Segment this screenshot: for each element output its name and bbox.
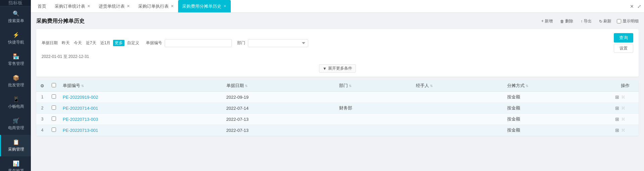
refresh-button[interactable]: ↻ 刷新 [597,17,613,25]
col-dept[interactable]: 部门⇅ [336,80,413,92]
ecommerce-icon: 🛒 [13,117,19,124]
view-icon[interactable]: ⊞ [615,116,619,122]
add-button[interactable]: + 新增 [539,17,555,25]
display-mode-label[interactable]: 显示明细 [617,18,639,24]
col-split-method[interactable]: 分摊方式⇅ [504,80,612,92]
sidebar-item-wholesale-mgmt[interactable]: 📦 批发管理 [0,71,31,92]
doc-date-cell: 2022-07-13 [223,125,336,136]
col-settings[interactable]: ⚙ [36,80,48,92]
sidebar: 指标板 🔍 搜索菜单 ⚡ 快捷导航 🏪 零售管理 📦 批发管理 📱 小畅电商 🛒… [0,0,31,171]
sidebar-item-label: 快捷导航 [8,39,24,45]
custom-date-btn[interactable]: 自定义 [126,40,141,46]
doc-num-link[interactable]: PE-20220713-001 [63,128,98,133]
table-row: 2 PE-20220714-001 2022-07-14 财务部 按金额 ⊞ ⁙ [36,103,639,114]
tab-purchase-order-stats[interactable]: 采购订单统计表 ✕ [51,0,95,12]
dept-filter-group: 部门 [237,39,308,47]
last1month-btn[interactable]: 近1月 [99,40,112,46]
table-body: 1 PE-20220919-002 2022-09-19 按金额 ⊞ ⁙ 2 P… [36,92,639,136]
date-range-display: 2022-01-01 至 2022-12-31 [42,54,633,60]
doc-num-filter-group: 单据编号 [146,39,232,47]
dept-select[interactable] [248,39,308,47]
row-checkbox-cell[interactable] [48,92,59,103]
sort-icon-split: ⇅ [526,84,528,88]
tab-close-icon[interactable]: ✕ [127,4,130,8]
table-row: 4 PE-20220713-001 2022-07-13 按金额 ⊞ ⁙ [36,125,639,136]
doc-num-cell: PE-20220713-001 [59,125,223,136]
yesterday-btn[interactable]: 昨天 [60,40,71,46]
doc-num-link[interactable]: PE-20220714-001 [63,106,98,111]
col-doc-date[interactable]: 单据日期⇅ [223,80,336,92]
sidebar-item-retail-mgmt[interactable]: 🏪 零售管理 [0,49,31,71]
delete-icon: 🗑 [560,19,564,24]
tab-close-icon[interactable]: ✕ [87,4,90,8]
col-handler[interactable]: 经手人⇅ [413,80,504,92]
doc-num-link[interactable]: PE-20220919-002 [63,95,98,100]
dept-cell [336,92,413,103]
today-btn[interactable]: 今天 [72,40,83,46]
row-checkbox-cell[interactable] [48,125,59,136]
edit-icon[interactable]: ⁙ [621,94,625,100]
row-checkbox-cell[interactable] [48,103,59,114]
tab-home[interactable]: 首页 [34,0,51,12]
sidebar-item-inventory-check[interactable]: 📊 库存核算 [0,156,31,171]
row-checkbox-cell[interactable] [48,114,59,125]
display-mode-checkbox[interactable] [617,19,621,23]
table-row: 1 PE-20220919-002 2022-09-19 按金额 ⊞ ⁙ [36,92,639,103]
export-button[interactable]: ↑ 导出 [579,17,594,25]
row-checkbox[interactable] [52,116,56,121]
close-all-icon[interactable]: ✕ [630,4,634,9]
split-method-cell: 按金额 [504,92,612,103]
expand-conditions-btn[interactable]: ▼ 展开更多条件 [319,64,356,73]
doc-num-link[interactable]: PE-20220713-003 [63,117,98,122]
query-button[interactable]: 查询 [614,33,633,42]
sidebar-logo: 指标板 [0,0,31,6]
col-actions: 操作 [612,80,639,92]
tab-close-icon[interactable]: ✕ [223,4,226,8]
col-doc-num[interactable]: 单据编号⇅ [59,80,223,92]
last7days-btn[interactable]: 近7天 [85,40,98,46]
split-method-cell: 按金额 [504,103,612,114]
edit-icon[interactable]: ⁙ [621,116,625,122]
date-filter-group: 单据日期 昨天 今天 近7天 近1月 更多 自定义 [42,40,141,46]
split-method-cell: 按金额 [504,114,612,125]
view-icon[interactable]: ⊞ [615,105,619,111]
view-icon[interactable]: ⊞ [615,127,619,133]
edit-icon[interactable]: ⁙ [621,105,625,111]
sidebar-item-purchase-mgmt[interactable]: 📋 采购管理 [0,135,31,156]
row-num: 2 [36,103,48,114]
sidebar-item-label: 采购管理 [8,147,24,152]
wholesale-icon: 📦 [13,75,19,81]
col-checkbox [48,80,59,92]
row-checkbox[interactable] [52,94,56,99]
edit-icon[interactable]: ⁙ [621,127,625,133]
view-icon[interactable]: ⊞ [615,94,619,100]
more-dates-btn[interactable]: 更多 [113,40,124,46]
filter-row-1: 单据日期 昨天 今天 近7天 近1月 更多 自定义 单据编号 [42,33,633,53]
sidebar-item-search-menu[interactable]: 🔍 搜索菜单 [0,6,31,28]
page-content: 采购费用分摊单历史 + 新增 🗑 删除 ↑ 导出 ↻ 刷新 显示明细 [31,13,644,171]
restore-icon[interactable]: ⤢ [637,4,641,9]
split-method-cell: 按金额 [504,125,612,136]
sidebar-item-quick-nav[interactable]: ⚡ 快捷导航 [0,28,31,49]
tab-close-icon[interactable]: ✕ [171,4,174,8]
tab-goods-in-stats[interactable]: 进货单统计表 ✕ [95,0,134,12]
row-checkbox[interactable] [52,127,56,132]
dept-cell [336,114,413,125]
doc-num-input[interactable] [165,39,232,47]
select-all-checkbox[interactable] [52,83,56,87]
tab-bar-actions: ✕ ⤢ [630,4,641,9]
mobile-icon: 📱 [13,96,19,102]
row-num: 3 [36,114,48,125]
toolbar: + 新增 🗑 删除 ↑ 导出 ↻ 刷新 显示明细 [539,17,639,25]
data-table: ⚙ 单据编号⇅ 单据日期⇅ 部门⇅ [36,80,639,136]
sidebar-item-ecommerce-mgmt[interactable]: 🛒 电商管理 [0,113,31,135]
sidebar-item-mobile-commerce[interactable]: 📱 小畅电商 [0,92,31,113]
table-header-row: ⚙ 单据编号⇅ 单据日期⇅ 部门⇅ [36,80,639,92]
row-checkbox[interactable] [52,105,56,110]
settings-button[interactable]: 设置 [614,44,633,53]
delete-button[interactable]: 🗑 删除 [558,17,575,25]
tab-purchase-cost-split[interactable]: 采购费用分摊单历史 ✕ [178,0,231,12]
inventory-icon: 📊 [13,160,19,167]
tab-purchase-order-exec[interactable]: 采购订单执行表 ✕ [134,0,178,12]
quick-nav-icon: ⚡ [13,32,19,38]
